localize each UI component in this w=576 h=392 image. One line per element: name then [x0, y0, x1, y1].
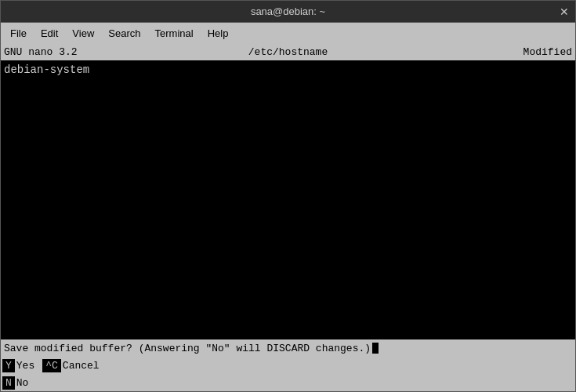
prompt-text: Save modified buffer? (Answering "No" wi… [4, 343, 371, 354]
editor-content: debian-system [4, 64, 89, 76]
title-bar-title: sana@debian: ~ [23, 5, 553, 17]
shortcut-label-no: No [16, 377, 35, 389]
menu-edit[interactable]: Edit [34, 26, 64, 41]
nano-filename: /etc/hostname [194, 46, 383, 58]
editor-wrapper: debian-system [1, 60, 575, 339]
nano-version: GNU nano 3.2 [4, 46, 194, 58]
shortcut-bar-2: N No [1, 374, 575, 391]
shortcut-key-n[interactable]: N [2, 376, 15, 390]
title-bar: sana@debian: ~ ✕ [1, 1, 575, 23]
editor-area[interactable]: debian-system [1, 60, 575, 339]
shortcut-label-yes: Yes [16, 360, 41, 372]
menu-bar: File Edit View Search Terminal Help [1, 23, 575, 43]
terminal-window: sana@debian: ~ ✕ File Edit View Search T… [0, 0, 576, 392]
shortcut-key-y[interactable]: Y [2, 359, 15, 372]
shortcut-bar-1: Y Yes ^C Cancel [1, 357, 575, 374]
bottom-area: Save modified buffer? (Answering "No" wi… [1, 339, 575, 391]
menu-terminal[interactable]: Terminal [149, 26, 200, 41]
menu-view[interactable]: View [66, 26, 100, 41]
prompt-bar: Save modified buffer? (Answering "No" wi… [1, 339, 575, 357]
menu-search[interactable]: Search [102, 26, 147, 41]
prompt-cursor [372, 343, 379, 354]
menu-help[interactable]: Help [201, 26, 235, 41]
close-button[interactable]: ✕ [553, 1, 575, 23]
menu-file[interactable]: File [4, 26, 33, 41]
nano-header: GNU nano 3.2 /etc/hostname Modified [1, 43, 575, 60]
nano-modified: Modified [382, 46, 572, 58]
shortcut-key-ctrl-c[interactable]: ^C [42, 359, 61, 372]
shortcut-label-cancel: Cancel [63, 360, 106, 372]
